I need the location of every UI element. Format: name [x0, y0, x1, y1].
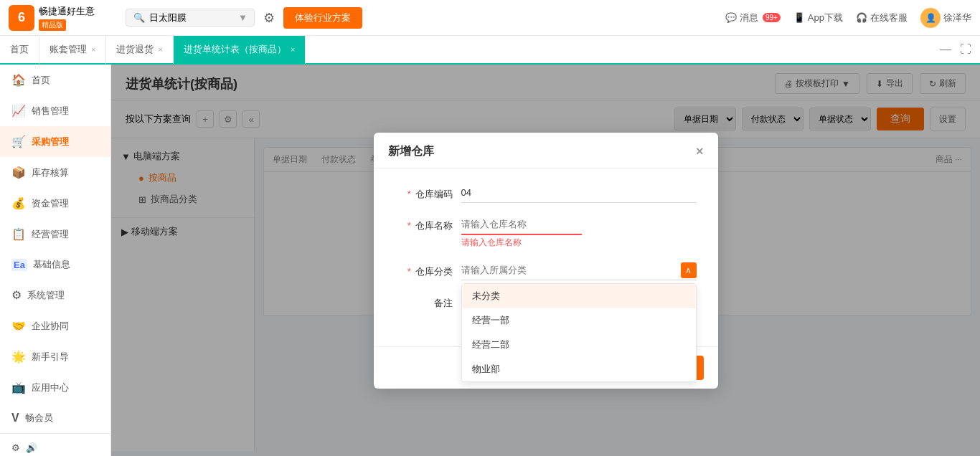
name-input[interactable] [461, 214, 582, 235]
message-icon: 💬 [725, 12, 737, 23]
code-input[interactable] [461, 183, 697, 203]
user-profile[interactable]: 👤 徐泽华 [920, 8, 971, 28]
sidebar-label-operations: 经营管理 [32, 228, 69, 241]
form-row-code: * 仓库编码 [395, 183, 697, 203]
sidebar-item-guide[interactable]: 🌟 新手引导 [0, 341, 110, 372]
header-search-box[interactable]: 🔍 ▼ [126, 9, 255, 27]
online-service-label: 在线客服 [870, 11, 908, 24]
content-area: 进货单统计(按商品) 🖨 按模板打印 ▼ ⬇ 导出 ↻ 刷新 按以下方案查询 [111, 65, 980, 456]
category-input[interactable] [461, 260, 697, 280]
enterprise-icon: 🤝 [11, 319, 26, 333]
code-label-text: 仓库编码 [415, 189, 453, 199]
sidebar-label-home: 首页 [32, 74, 50, 87]
code-label: * 仓库编码 [395, 183, 453, 201]
tab-purchase-stat[interactable]: 进货单统计表（按商品） × [174, 35, 306, 64]
sidebar-bottom: ⚙ 🔊 [0, 433, 110, 456]
tab-minimize-icon[interactable]: — [937, 40, 954, 59]
app-download-label: App下载 [808, 11, 843, 24]
modal-close-button[interactable]: × [696, 144, 704, 159]
header-right: 💬 消息 99+ 📱 App下载 🎧 在线客服 👤 徐泽华 [725, 8, 971, 28]
sidebar-label-guide: 新手引导 [32, 351, 69, 364]
sidebar: 🏠 首页 📈 销售管理 🛒 采购管理 📦 库存核算 💰 资金管理 📋 经营管理 … [0, 65, 111, 456]
modal-title: 新增仓库 [388, 144, 434, 159]
search-input[interactable] [149, 12, 235, 23]
tab-purchase-stat-close[interactable]: × [291, 45, 295, 54]
category-required-star: * [407, 266, 411, 277]
logo-badge: 精品版 [39, 19, 66, 31]
gear-icon[interactable]: ⚙ [263, 10, 275, 26]
category-dropdown[interactable]: ∧ 未分类 经营一部 经营二部 物业部 [461, 260, 697, 280]
sidebar-settings-btn[interactable]: ⚙ 🔊 [0, 434, 110, 456]
dropdown-toggle-button[interactable]: ∧ [681, 262, 697, 278]
name-error-container: 请输入仓库名称 [395, 235, 697, 249]
message-badge: 99+ [763, 13, 781, 22]
sidebar-item-basic-info[interactable]: Ea 基础信息 [0, 250, 110, 280]
sidebar-item-system[interactable]: ⚙ 系统管理 [0, 280, 110, 310]
name-label-text: 仓库名称 [415, 220, 453, 231]
sales-icon: 📈 [11, 104, 26, 118]
dropdown-option-dept2[interactable]: 经营二部 [462, 333, 696, 357]
trial-button[interactable]: 体验行业方案 [283, 7, 362, 29]
sidebar-item-purchase[interactable]: 🛒 采购管理 [0, 126, 110, 157]
new-warehouse-modal: 新增仓库 × * 仓库编码 [374, 133, 718, 389]
sidebar-item-enterprise[interactable]: 🤝 企业协同 [0, 310, 110, 341]
name-input-container [461, 214, 697, 235]
remark-label: 备注 [395, 292, 453, 310]
remark-label-text: 备注 [434, 298, 453, 308]
home-icon: 🏠 [11, 73, 26, 87]
username-label: 徐泽华 [943, 11, 971, 24]
tab-account-label: 账套管理 [50, 43, 87, 56]
dropdown-list: 未分类 经营一部 经营二部 物业部 [461, 283, 697, 382]
tab-expand-icon[interactable]: ⛶ [957, 40, 974, 59]
sidebar-label-basic-info: 基础信息 [33, 258, 70, 271]
sidebar-label-app-center: 应用中心 [32, 381, 69, 394]
finance-icon: 💰 [11, 196, 26, 210]
headset-icon: 🎧 [856, 12, 867, 23]
sidebar-item-app-center[interactable]: 📺 应用中心 [0, 372, 110, 403]
logo-icon: 6 [9, 5, 34, 31]
sidebar-item-operations[interactable]: 📋 经营管理 [0, 219, 110, 250]
settings-icon: ⚙ [11, 442, 20, 453]
tab-purchase-return-close[interactable]: × [158, 45, 162, 54]
tab-home[interactable]: 首页 [0, 35, 39, 64]
logo-area: 6 畅捷通好生意 精品版 [9, 5, 120, 31]
sidebar-item-finance[interactable]: 💰 资金管理 [0, 188, 110, 219]
app-download-item[interactable]: 📱 App下载 [793, 11, 843, 24]
tab-home-label: 首页 [10, 43, 29, 56]
logo-name: 畅捷通好生意 [39, 5, 95, 18]
code-required-star: * [407, 189, 411, 199]
main-layout: 🏠 首页 📈 销售管理 🛒 采购管理 📦 库存核算 💰 资金管理 📋 经营管理 … [0, 65, 980, 456]
modal-backdrop: 新增仓库 × * 仓库编码 [111, 65, 980, 456]
tab-account[interactable]: 账套管理 × [39, 35, 106, 64]
tab-controls: — ⛶ [937, 40, 980, 59]
tab-purchase-return-label: 进货退货 [116, 43, 154, 56]
name-required-star: * [407, 220, 411, 231]
message-label: 消息 [740, 11, 758, 24]
sidebar-label-inventory: 库存核算 [32, 166, 69, 179]
sidebar-label-enterprise: 企业协同 [32, 320, 69, 333]
category-label-text: 仓库分类 [415, 266, 453, 277]
sidebar-label-purchase: 采购管理 [32, 136, 69, 148]
modal-header: 新增仓库 × [374, 133, 718, 168]
operations-icon: 📋 [11, 227, 26, 241]
avatar: 👤 [920, 8, 941, 28]
dropdown-option-uncategorized[interactable]: 未分类 [462, 284, 696, 308]
search-icon: 🔍 [133, 12, 145, 23]
message-item[interactable]: 💬 消息 99+ [725, 11, 781, 24]
form-row-name: * 仓库名称 请输入仓库名称 [395, 214, 697, 249]
sidebar-label-finance: 资金管理 [32, 197, 69, 210]
name-label: * 仓库名称 [395, 214, 453, 232]
dropdown-option-dept1[interactable]: 经营一部 [462, 308, 696, 333]
sidebar-label-sales: 销售管理 [32, 105, 69, 118]
inventory-icon: 📦 [11, 166, 26, 179]
sidebar-item-sales[interactable]: 📈 销售管理 [0, 95, 110, 126]
sidebar-item-inventory[interactable]: 📦 库存核算 [0, 157, 110, 188]
sidebar-item-membership[interactable]: V 畅会员 [0, 403, 110, 433]
sidebar-label-system: 系统管理 [27, 289, 65, 302]
dropdown-option-property[interactable]: 物业部 [462, 357, 696, 381]
tab-purchase-return[interactable]: 进货退货 × [106, 35, 173, 64]
form-row-category: * 仓库分类 ∧ 未分类 经营一部 经营二部 物业部 [395, 260, 697, 280]
tab-account-close[interactable]: × [91, 45, 95, 54]
sidebar-item-home[interactable]: 🏠 首页 [0, 65, 110, 95]
online-service-item[interactable]: 🎧 在线客服 [856, 11, 908, 24]
